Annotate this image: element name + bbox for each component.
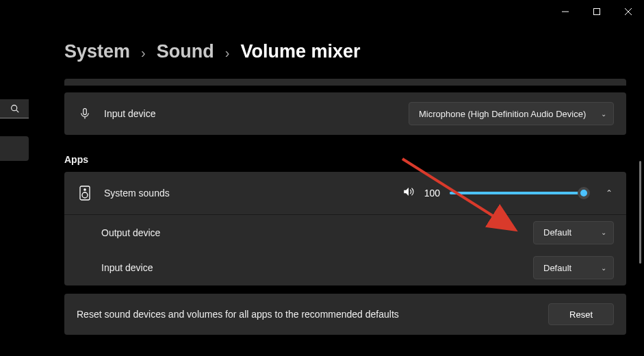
apps-header: Apps: [64, 154, 626, 165]
search-input[interactable]: [0, 99, 29, 118]
system-sounds-row[interactable]: System sounds 100 ⌃: [64, 172, 626, 214]
input-device-label: Input device: [104, 108, 156, 119]
card-edge: [64, 79, 626, 86]
sidebar-fragment: [0, 99, 29, 161]
input-device-value: Microphone (High Definition Audio Device…: [419, 109, 586, 119]
scrollbar[interactable]: [639, 161, 641, 264]
output-device-value: Default: [543, 227, 571, 238]
app-input-device-select[interactable]: Default ⌄: [533, 256, 614, 279]
breadcrumb-sound[interactable]: Sound: [157, 41, 214, 62]
system-sounds-label: System sounds: [104, 188, 170, 199]
close-button[interactable]: [613, 0, 644, 23]
volume-icon[interactable]: [402, 186, 415, 201]
svg-rect-6: [83, 109, 87, 115]
input-device-select[interactable]: Microphone (High Definition Audio Device…: [409, 102, 614, 125]
maximize-button[interactable]: [581, 0, 613, 23]
window-controls: [550, 0, 644, 23]
breadcrumb: System › Sound › Volume mixer: [64, 41, 626, 62]
chevron-up-icon[interactable]: ⌃: [604, 188, 614, 198]
svg-point-10: [82, 192, 88, 198]
app-input-device-label: Input device: [101, 262, 153, 273]
chevron-down-icon: ⌄: [601, 264, 606, 272]
page-title: Volume mixer: [240, 41, 360, 62]
svg-rect-1: [594, 9, 600, 15]
app-input-device-value: Default: [543, 263, 571, 273]
breadcrumb-system[interactable]: System: [64, 41, 130, 62]
svg-point-9: [84, 189, 86, 190]
volume-value: 100: [424, 188, 440, 199]
chevron-down-icon: ⌄: [601, 110, 606, 118]
breadcrumb-separator: ›: [225, 45, 230, 61]
chevron-down-icon: ⌄: [601, 229, 606, 236]
volume-slider[interactable]: [450, 186, 584, 200]
output-device-select[interactable]: Default ⌄: [533, 221, 614, 244]
sidebar-item[interactable]: [0, 136, 29, 161]
breadcrumb-separator: ›: [141, 45, 146, 61]
reset-button[interactable]: Reset: [548, 303, 614, 325]
app-output-device-row: Output device Default ⌄: [64, 214, 626, 250]
reset-description: Reset sound devices and volumes for all …: [77, 309, 548, 320]
output-device-label: Output device: [101, 227, 160, 238]
speaker-device-icon: [77, 186, 93, 201]
microphone-icon: [77, 107, 93, 120]
svg-line-5: [16, 110, 18, 112]
reset-row: Reset sound devices and volumes for all …: [64, 294, 626, 335]
input-device-card[interactable]: Input device Microphone (High Definition…: [64, 92, 626, 135]
minimize-button[interactable]: [550, 0, 581, 23]
app-input-device-row: Input device Default ⌄: [64, 250, 626, 285]
search-icon: [10, 104, 19, 113]
svg-marker-11: [404, 188, 409, 196]
svg-point-4: [11, 105, 16, 111]
